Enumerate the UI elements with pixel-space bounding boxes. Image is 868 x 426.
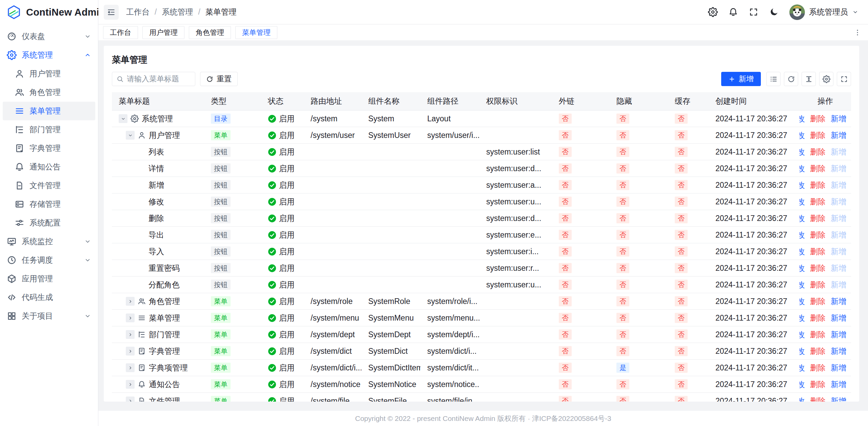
gear-tool-button[interactable] (819, 72, 833, 86)
sidebar-item-file[interactable]: 文件管理 (3, 176, 95, 195)
user-menu[interactable]: 系统管理员 (789, 4, 859, 20)
row-expander[interactable] (126, 131, 135, 140)
refresh-tool-button[interactable] (784, 72, 798, 86)
breadcrumb: 工作台/系统管理/菜单管理 (126, 7, 237, 17)
delete-link[interactable]: 删除 (810, 379, 826, 390)
sidebar-menu: 仪表盘系统管理用户管理角色管理菜单管理部门管理字典管理通知公告文件管理存储管理系… (0, 24, 98, 325)
delete-link[interactable]: 删除 (810, 147, 826, 157)
delete-link[interactable]: 删除 (810, 363, 826, 373)
sidebar-item-dashboard[interactable]: 仪表盘 (3, 27, 95, 46)
sidebar-item-menu[interactable]: 菜单管理 (3, 102, 95, 120)
sidebar-item-codegen[interactable]: 代码生成 (3, 288, 95, 307)
add-link[interactable]: 新增 (831, 396, 846, 402)
delete-link[interactable]: 删除 (810, 130, 826, 141)
sidebar-item-user[interactable]: 用户管理 (3, 64, 95, 83)
edit-link[interactable]: 修改 (800, 180, 805, 190)
sidebar-item-role[interactable]: 角色管理 (3, 83, 95, 102)
status-text: 启用 (279, 396, 295, 402)
table-row: 角色管理菜单启用/system/roleSystemRolesystem/rol… (112, 293, 851, 310)
tab-user[interactable]: 用户管理 (142, 26, 184, 39)
edit-link[interactable]: 修改 (800, 230, 805, 240)
tab-workbench[interactable]: 工作台 (103, 26, 138, 39)
delete-link[interactable]: 删除 (810, 180, 826, 190)
reset-button[interactable]: 重置 (200, 72, 238, 86)
sidebar-item-schedule[interactable]: 任务调度 (3, 251, 95, 269)
edit-link[interactable]: 修改 (800, 114, 805, 124)
delete-link[interactable]: 删除 (810, 263, 826, 273)
route-cell: /system/file (304, 397, 361, 402)
row-expander[interactable] (126, 363, 135, 372)
row-expander[interactable] (126, 380, 135, 389)
edit-link[interactable]: 修改 (800, 246, 805, 257)
gear-icon (7, 50, 17, 60)
breadcrumb-item[interactable]: 系统管理 (162, 7, 193, 17)
delete-link[interactable]: 删除 (810, 230, 826, 240)
add-link[interactable]: 新增 (831, 379, 846, 390)
sidebar-item-notice[interactable]: 通知公告 (3, 158, 95, 176)
sidebar-item-system[interactable]: 系统管理 (3, 46, 95, 64)
row-expander[interactable] (126, 313, 135, 322)
sidebar-item-storage[interactable]: 存储管理 (3, 195, 95, 214)
status-enabled-icon (268, 115, 276, 123)
edit-link[interactable]: 修改 (800, 263, 805, 273)
delete-link[interactable]: 删除 (810, 246, 826, 257)
list-tool-button[interactable] (766, 72, 781, 86)
edit-link[interactable]: 修改 (800, 147, 805, 157)
row-expander[interactable] (126, 330, 135, 339)
add-link[interactable]: 新增 (831, 114, 846, 124)
edit-link[interactable]: 修改 (800, 130, 805, 141)
boolean-badge: 否 (559, 313, 572, 323)
add-link[interactable]: 新增 (831, 363, 846, 373)
edit-link[interactable]: 修改 (800, 213, 805, 224)
edit-link[interactable]: 修改 (800, 329, 805, 340)
delete-link[interactable]: 删除 (810, 329, 826, 340)
delete-link[interactable]: 删除 (810, 346, 826, 357)
search-input[interactable] (127, 75, 191, 83)
row-expander[interactable] (119, 114, 127, 123)
add-link[interactable]: 新增 (831, 313, 846, 323)
delete-link[interactable]: 删除 (810, 313, 826, 323)
delete-link[interactable]: 删除 (810, 163, 826, 174)
edit-link[interactable]: 修改 (800, 346, 805, 357)
delete-link[interactable]: 删除 (810, 197, 826, 207)
sidebar-item-dict[interactable]: 字典管理 (3, 139, 95, 158)
add-button[interactable]: 新增 (721, 72, 761, 86)
edit-link[interactable]: 修改 (800, 396, 805, 402)
status-text: 启用 (279, 114, 295, 124)
add-link[interactable]: 新增 (831, 296, 846, 307)
collapse-sidebar-button[interactable] (104, 5, 119, 20)
add-link[interactable]: 新增 (831, 346, 846, 357)
delete-link[interactable]: 删除 (810, 114, 826, 124)
component-path-cell: system/file/in (420, 397, 479, 402)
row-expander[interactable] (126, 397, 135, 402)
edit-link[interactable]: 修改 (800, 379, 805, 390)
edit-link[interactable]: 修改 (800, 296, 805, 307)
edit-link[interactable]: 修改 (800, 197, 805, 207)
fullscreen-tool-button[interactable] (837, 72, 851, 86)
edit-link[interactable]: 修改 (800, 363, 805, 373)
sidebar-item-monitor[interactable]: 系统监控 (3, 232, 95, 251)
line-height-tool-button[interactable] (802, 72, 816, 86)
delete-link[interactable]: 删除 (810, 280, 826, 290)
sidebar-item-config[interactable]: 系统配置 (3, 214, 95, 232)
tab-menu[interactable]: 菜单管理 (235, 26, 277, 39)
delete-link[interactable]: 删除 (810, 213, 826, 224)
tab-options-button[interactable] (852, 27, 863, 38)
add-link[interactable]: 新增 (831, 130, 846, 141)
tab-role[interactable]: 角色管理 (189, 26, 231, 39)
edit-link[interactable]: 修改 (800, 163, 805, 174)
sidebar-item-about[interactable]: 关于项目 (3, 307, 95, 325)
edit-link[interactable]: 修改 (800, 280, 805, 290)
status-enabled-icon (268, 297, 276, 306)
sidebar-item-app[interactable]: 应用管理 (3, 269, 95, 288)
edit-link[interactable]: 修改 (800, 313, 805, 323)
delete-link[interactable]: 删除 (810, 396, 826, 402)
row-expander[interactable] (126, 347, 135, 356)
status-text: 启用 (279, 346, 295, 357)
add-link[interactable]: 新增 (831, 329, 846, 340)
row-expander[interactable] (126, 297, 135, 306)
sidebar-item-dept[interactable]: 部门管理 (3, 120, 95, 139)
component-path-cell: system/dict/it... (420, 363, 479, 372)
breadcrumb-item[interactable]: 工作台 (126, 7, 150, 17)
delete-link[interactable]: 删除 (810, 296, 826, 307)
